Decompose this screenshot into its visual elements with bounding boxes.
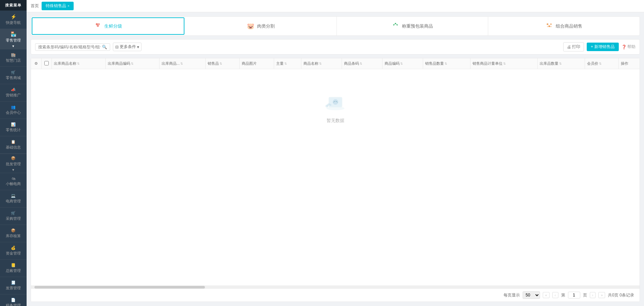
sidebar-item-smart-store[interactable]: 🏬 智慧门店 — [0, 49, 27, 67]
sidebar-item-retail-mgmt[interactable]: 🏪 零售管理 ▾ — [0, 29, 27, 49]
svg-point-19 — [325, 105, 328, 107]
tab-fresh-grade-label: 生鲜分级 — [104, 23, 122, 29]
tab-combo-sales-label: 组合商品销售 — [556, 23, 582, 29]
next-page-button[interactable]: › — [590, 292, 596, 298]
page-unit-label: 页 — [583, 292, 587, 298]
sidebar-item-purchase-mgmt[interactable]: 🛒 采购管理 — [0, 208, 27, 225]
col-out-goods-spec[interactable]: 出库商品... ⇅ — [159, 58, 205, 69]
col-sales-goods[interactable]: 销售品 ⇅ — [206, 58, 240, 69]
col-out-qty[interactable]: 出库品数量 ⇅ — [537, 58, 585, 69]
col-goods-name[interactable]: 商品名称 ⇅ — [301, 58, 342, 69]
sort-icon: ⇅ — [131, 62, 134, 65]
home-link[interactable]: 首页 — [31, 3, 39, 9]
sidebar-item-invoice-mgmt[interactable]: 🧾 发票管理 — [0, 277, 27, 294]
print-button[interactable]: 🖨 打印 — [563, 42, 584, 51]
sort-icon: ⇅ — [284, 62, 287, 65]
col-out-goods-name[interactable]: 出库商品名称 ⇅ — [51, 58, 105, 69]
tab-fresh-grade[interactable]: 生鲜分级 — [32, 17, 184, 35]
sidebar-item-label: 营销推广 — [6, 93, 21, 98]
svg-point-10 — [549, 26, 550, 27]
per-page-label: 每页显示 — [504, 292, 520, 298]
sidebar-item-label: 资金管理 — [6, 251, 21, 256]
sidebar-item-label: 零售商城 — [6, 75, 21, 80]
select-all-checkbox[interactable] — [44, 61, 49, 65]
scale-pkg-icon — [392, 21, 399, 31]
search-icon: 🔍 — [102, 45, 107, 49]
svg-line-6 — [394, 24, 395, 25]
sidebar-item-ecom-mgmt[interactable]: 💻 电商管理 — [0, 190, 27, 208]
search-box[interactable]: 🔍 — [35, 43, 110, 51]
sidebar-item-basic-info[interactable]: 📋 基础信息 — [0, 136, 27, 154]
tab-scale-pkg[interactable]: 称重预包装商品 — [337, 17, 489, 35]
sidebar-item-label: 库存核算 — [6, 233, 21, 239]
tab-combo-sales[interactable]: 组合商品销售 — [488, 17, 640, 35]
sort-icon: ⇅ — [77, 62, 80, 65]
sidebar-item-general-ledger[interactable]: 📒 总账管理 — [0, 260, 27, 277]
sales-promo-icon: 📣 — [11, 88, 16, 92]
sidebar-item-membership[interactable]: 👥 会员中心 — [0, 102, 27, 119]
page-number-input[interactable] — [568, 292, 580, 299]
col-sales-qty[interactable]: 销售品数量 ⇅ — [423, 58, 470, 69]
help-icon: ❓ — [621, 45, 627, 49]
col-out-goods-code[interactable]: 出库商品编码 ⇅ — [105, 58, 159, 69]
svg-point-11 — [547, 26, 548, 27]
sidebar-item-label: 零售管理 — [6, 38, 21, 43]
prev-page-button[interactable]: ‹ — [552, 292, 558, 298]
topbar: 首页 特殊销售品 × — [27, 0, 644, 12]
last-page-button[interactable]: » — [598, 292, 605, 298]
sidebar-item-retail-stats[interactable]: 📊 零售统计 — [0, 119, 27, 136]
basic-info-icon: 📋 — [11, 140, 16, 144]
sidebar-item-retail-mall[interactable]: 🛒 零售商城 — [0, 67, 27, 84]
col-settings[interactable]: ⚙ — [31, 58, 41, 69]
svg-point-9 — [550, 24, 552, 25]
help-label: 帮助 — [627, 44, 635, 50]
svg-point-2 — [97, 25, 99, 27]
col-sales-unit[interactable]: 销售商品计量单位 ⇅ — [470, 58, 537, 69]
sidebar-item-finance[interactable]: 💰 资金管理 — [0, 242, 27, 260]
sidebar-item-tax-mgmt[interactable]: 📄 税务管理 — [0, 294, 27, 306]
sidebar-item-inventory[interactable]: 📦 库存核算 — [0, 225, 27, 242]
empty-text: 暂无数据 — [327, 118, 344, 124]
sort-icon: ⇅ — [220, 62, 222, 65]
col-main-unit[interactable]: 主量 ⇅ — [274, 58, 301, 69]
sidebar-item-mini-ecom[interactable]: 🛍 小畅电商 — [0, 173, 27, 190]
sidebar-item-quick-nav[interactable]: ⚡ 快捷导航 — [0, 11, 27, 29]
print-label: 打印 — [572, 44, 580, 50]
search-input[interactable] — [38, 45, 101, 49]
first-page-button[interactable]: « — [543, 292, 550, 298]
sidebar-logo[interactable]: 搜索菜单 — [0, 0, 27, 11]
tab-meat-cut[interactable]: 🐷 肉类分割 — [185, 17, 337, 35]
per-page-select[interactable]: 10 20 50 100 — [523, 291, 540, 299]
svg-point-0 — [96, 23, 98, 25]
filter-button[interactable]: ⊟ 更多条件 ▾ — [113, 43, 141, 51]
col-checkbox[interactable] — [41, 58, 51, 69]
horizontal-scrollbar[interactable] — [31, 286, 640, 288]
close-tab-icon[interactable]: × — [68, 4, 70, 8]
col-member-price[interactable]: 会员价 ⇅ — [585, 58, 619, 69]
pagination: 每页显示 10 20 50 100 « ‹ 第 页 › » 共0页 0条记录 — [31, 288, 640, 302]
sidebar-item-label: 会员中心 — [6, 110, 21, 115]
add-button[interactable]: + 新增销售品 — [587, 43, 619, 51]
col-barcode[interactable]: 商品条码 ⇅ — [342, 58, 383, 69]
tab-meat-cut-label: 肉类分割 — [257, 23, 275, 29]
col-goods-code[interactable]: 商品编码 ⇅ — [383, 58, 423, 69]
smart-store-icon: 🏬 — [11, 53, 16, 57]
sort-icon: ⇅ — [503, 62, 506, 65]
finance-icon: 💰 — [11, 246, 16, 250]
sidebar-item-wholesale-mgmt[interactable]: 📦 批发管理 ▾ — [0, 154, 27, 173]
sidebar: 搜索菜单 ⚡ 快捷导航 🏪 零售管理 ▾ 🏬 智慧门店 🛒 零售商城 📣 营销推… — [0, 0, 27, 306]
combo-sales-icon — [545, 21, 553, 31]
mini-ecom-icon: 🛍 — [12, 177, 15, 181]
empty-illustration — [322, 90, 349, 113]
scroll-thumb[interactable] — [34, 286, 205, 289]
empty-state: 暂无数据 — [31, 69, 640, 144]
retail-stats-icon: 📊 — [11, 122, 16, 127]
help-button[interactable]: ❓ 帮助 — [621, 44, 635, 50]
svg-point-17 — [334, 101, 335, 102]
active-tab[interactable]: 特殊销售品 × — [42, 2, 74, 10]
svg-point-12 — [551, 26, 552, 27]
tabs-row: 生鲜分级 🐷 肉类分割 称重预包装商品 — [31, 16, 640, 36]
general-ledger-icon: 📒 — [11, 263, 16, 267]
sidebar-item-sales-promo[interactable]: 📣 营销推广 — [0, 84, 27, 102]
main-area: 首页 特殊销售品 × 生鲜分级 🐷 肉类分 — [27, 0, 644, 306]
